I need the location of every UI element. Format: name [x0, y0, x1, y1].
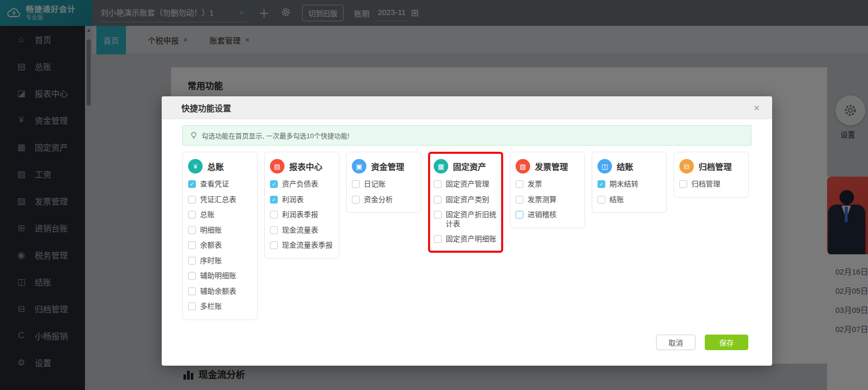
- checkbox-label: 利润表季报: [282, 210, 318, 220]
- checkbox-item[interactable]: 总账: [188, 210, 252, 220]
- checkbox-item[interactable]: 现金流量表: [270, 226, 334, 235]
- archive-management-icon: ⊟: [679, 159, 694, 174]
- checkbox-label: 查看凭证: [200, 180, 229, 189]
- checkbox-item[interactable]: 发票: [516, 180, 579, 189]
- group-name: 结账: [617, 160, 633, 172]
- group-card-general-ledger: ¥总账✓查看凭证凭证汇总表总账明细账余额表序时账辅助明细账辅助余额表多栏账: [182, 152, 258, 320]
- checkbox-item[interactable]: 日记账: [352, 180, 416, 189]
- checkbox-unchecked[interactable]: [516, 196, 523, 204]
- dialog-footer: 取消 保存: [162, 335, 772, 366]
- checkbox-item[interactable]: 现金流量表季报: [270, 241, 334, 250]
- group-name: 报表中心: [289, 160, 322, 172]
- checkbox-unchecked[interactable]: [270, 226, 278, 234]
- group-header: ▤报表中心: [270, 159, 334, 174]
- checkbox-unchecked[interactable]: [188, 257, 196, 265]
- dialog-body: 勾选功能在首页显示, 一次最多勾选10个快捷功能! ¥总账✓查看凭证凭证汇总表总…: [162, 119, 772, 320]
- group-card-fixed-assets: ▦固定资产固定资产管理固定资产类别固定资产折旧统计表固定资产明细账: [428, 152, 503, 253]
- save-button[interactable]: 保存: [705, 335, 748, 350]
- checkbox-label: 发票: [528, 180, 542, 189]
- checkbox-item[interactable]: 固定资产类别: [434, 195, 497, 205]
- checkbox-unchecked[interactable]: [516, 180, 523, 188]
- checkbox-label: 利润表: [282, 195, 304, 205]
- group-name: 归档管理: [699, 160, 732, 172]
- checkbox-label: 多栏账: [200, 302, 222, 311]
- checkbox-unchecked[interactable]: [679, 180, 687, 188]
- checkbox-unchecked[interactable]: [188, 226, 196, 234]
- checkbox-checked[interactable]: ✓: [270, 180, 278, 188]
- dialog-header: 快捷功能设置 ×: [162, 96, 772, 119]
- checkbox-item[interactable]: 固定资产管理: [434, 180, 497, 189]
- checkbox-item[interactable]: 发票测算: [516, 195, 579, 205]
- checkbox-label: 固定资产类别: [446, 195, 489, 205]
- checkbox-unchecked[interactable]: [434, 211, 442, 219]
- cancel-button[interactable]: 取消: [656, 335, 695, 350]
- checkbox-unchecked[interactable]: [270, 241, 278, 249]
- checkbox-checked[interactable]: ✓: [188, 180, 196, 188]
- checkbox-label: 结账: [609, 195, 624, 205]
- checkbox-item[interactable]: 结账: [597, 195, 661, 205]
- checkbox-unchecked[interactable]: [188, 196, 196, 204]
- checkbox-item[interactable]: 明细账: [188, 226, 252, 235]
- checkbox-unchecked[interactable]: [434, 196, 442, 204]
- checkbox-label: 固定资产明细账: [446, 235, 496, 244]
- checkbox-label: 期末结转: [609, 180, 638, 189]
- group-card-archive-management: ⊟归档管理归档管理: [674, 152, 749, 198]
- checkbox-item[interactable]: 固定资产明细账: [434, 235, 497, 244]
- tip-text: 勾选功能在首页显示, 一次最多勾选10个快捷功能!: [202, 131, 349, 140]
- checkbox-checked[interactable]: ✓: [597, 180, 605, 188]
- checkbox-label: 凭证汇总表: [200, 195, 236, 205]
- checkbox-item[interactable]: ✓查看凭证: [188, 180, 252, 189]
- checkbox-label: 资产负债表: [282, 180, 318, 189]
- checkbox-label: 总账: [200, 210, 215, 220]
- group-card-invoice-management: ▨发票管理发票发票测算进销稽核: [510, 152, 585, 228]
- closing-icon: ◫: [597, 159, 612, 174]
- general-ledger-icon: ¥: [188, 159, 203, 174]
- checkbox-unchecked[interactable]: [188, 287, 196, 295]
- checkbox-label: 固定资产管理: [446, 180, 489, 189]
- checkbox-unchecked[interactable]: [188, 211, 196, 219]
- checkbox-unchecked[interactable]: [270, 211, 278, 219]
- checkbox-item[interactable]: 辅助余额表: [188, 287, 252, 296]
- checkbox-unchecked[interactable]: [516, 211, 523, 219]
- checkbox-label: 固定资产折旧统计表: [446, 210, 497, 228]
- group-header: ▣资金管理: [352, 159, 416, 174]
- checkbox-label: 现金流量表: [282, 226, 318, 235]
- checkbox-item[interactable]: 辅助明细账: [188, 271, 252, 281]
- checkbox-unchecked[interactable]: [352, 196, 360, 204]
- checkbox-label: 序时账: [200, 256, 222, 266]
- checkbox-item[interactable]: ✓利润表: [270, 195, 334, 205]
- checkbox-label: 资金分析: [364, 195, 393, 205]
- checkbox-unchecked[interactable]: [434, 235, 442, 243]
- checkbox-item[interactable]: 资金分析: [352, 195, 416, 205]
- quick-functions-dialog: 快捷功能设置 × 勾选功能在首页显示, 一次最多勾选10个快捷功能! ¥总账✓查…: [162, 96, 772, 366]
- checkbox-item[interactable]: 进销稽核: [516, 210, 579, 220]
- checkbox-unchecked[interactable]: [188, 302, 196, 310]
- close-icon[interactable]: ×: [753, 103, 760, 113]
- checkbox-label: 发票测算: [528, 195, 557, 205]
- checkbox-label: 进销稽核: [528, 210, 557, 220]
- group-name: 固定资产: [453, 160, 486, 172]
- checkbox-unchecked[interactable]: [188, 272, 196, 280]
- checkbox-item[interactable]: 序时账: [188, 256, 252, 266]
- checkbox-unchecked[interactable]: [352, 180, 360, 188]
- checkbox-unchecked[interactable]: [434, 180, 442, 188]
- checkbox-item[interactable]: 凭证汇总表: [188, 195, 252, 205]
- checkbox-unchecked[interactable]: [597, 196, 605, 204]
- checkbox-unchecked[interactable]: [188, 241, 196, 249]
- bulb-icon: [190, 132, 197, 140]
- checkbox-label: 辅助余额表: [200, 287, 236, 296]
- checkbox-item[interactable]: ✓期末结转: [597, 180, 661, 189]
- fixed-assets-icon: ▦: [434, 159, 448, 174]
- group-header: ⊟归档管理: [679, 159, 743, 174]
- group-card-fund-management: ▣资金管理日记账资金分析: [346, 152, 421, 213]
- checkbox-item[interactable]: ✓资产负债表: [270, 180, 334, 189]
- checkbox-label: 辅助明细账: [200, 271, 236, 281]
- group-header: ▦固定资产: [434, 159, 497, 174]
- checkbox-item[interactable]: 余额表: [188, 241, 252, 250]
- group-name: 发票管理: [535, 160, 568, 172]
- checkbox-item[interactable]: 多栏账: [188, 302, 252, 311]
- checkbox-item[interactable]: 利润表季报: [270, 210, 334, 220]
- checkbox-item[interactable]: 固定资产折旧统计表: [434, 210, 497, 228]
- checkbox-item[interactable]: 归档管理: [679, 180, 743, 189]
- checkbox-checked[interactable]: ✓: [270, 196, 278, 204]
